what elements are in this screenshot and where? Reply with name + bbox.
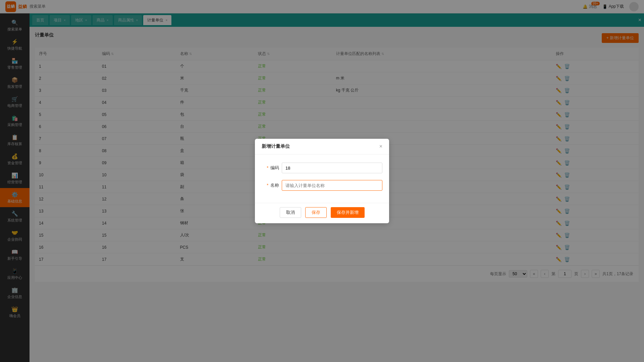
modal-header: 新增计量单位 × [255, 139, 389, 155]
name-label: * 名称 [262, 182, 282, 188]
save-new-button[interactable]: 保存并新增 [331, 207, 365, 218]
add-unit-modal: 新增计量单位 × * 编码 * 名称 取消 保存 保存并新增 [255, 139, 389, 223]
modal-body: * 编码 * 名称 [255, 155, 389, 203]
name-input[interactable] [282, 180, 382, 191]
modal-close-btn[interactable]: × [379, 143, 382, 149]
form-item-name: * 名称 [262, 180, 382, 191]
required-star-code: * [267, 165, 268, 170]
code-label: * 编码 [262, 165, 282, 171]
modal-title: 新增计量单位 [262, 143, 290, 149]
cancel-button[interactable]: 取消 [280, 207, 301, 218]
code-input[interactable] [282, 163, 382, 173]
form-item-code: * 编码 [262, 163, 382, 173]
modal-footer: 取消 保存 保存并新增 [255, 203, 389, 223]
modal-overlay: 新增计量单位 × * 编码 * 名称 取消 保存 保存并新增 [0, 0, 644, 362]
required-star-name: * [267, 183, 268, 188]
save-button[interactable]: 保存 [305, 207, 327, 218]
